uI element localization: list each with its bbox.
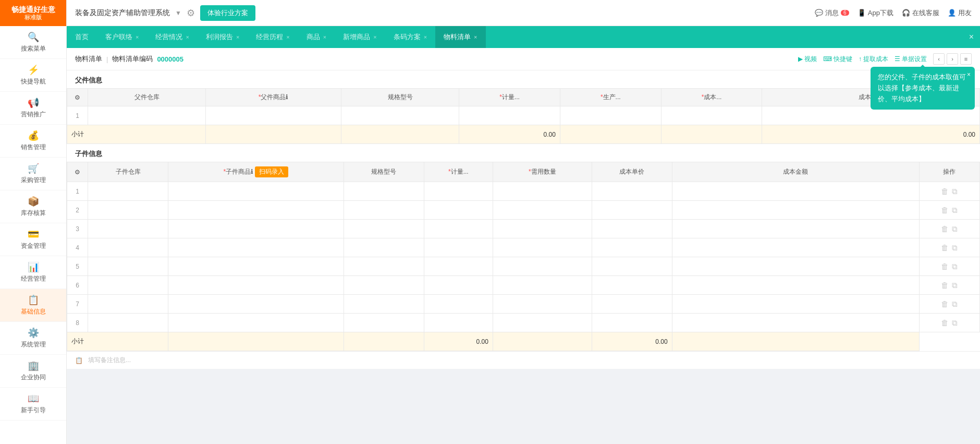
close-icon[interactable]: ×: [186, 34, 189, 40]
child-goods-cell[interactable]: [168, 257, 344, 276]
notes-text[interactable]: 填写备注信息...: [88, 356, 131, 365]
close-icon[interactable]: ×: [474, 34, 477, 40]
parent-unit-cell[interactable]: [459, 106, 560, 125]
child-unit-cost-cell[interactable]: [592, 295, 672, 314]
sidebar-item-operations[interactable]: 📊 经营管理: [0, 256, 66, 289]
child-unit-cell[interactable]: [424, 276, 493, 295]
child-spec-cell[interactable]: [344, 238, 424, 257]
child-qty-cell[interactable]: [493, 201, 592, 220]
child-qty-cell[interactable]: [493, 220, 592, 238]
delete-icon[interactable]: 🗑: [941, 299, 949, 308]
child-spec-cell[interactable]: [344, 314, 424, 332]
scan-button[interactable]: 扫码录入: [255, 166, 288, 177]
parent-goods-cell[interactable]: [206, 106, 341, 125]
copy-icon[interactable]: ⧉: [952, 206, 958, 215]
copy-icon[interactable]: ⧉: [952, 187, 958, 196]
tab-history[interactable]: 经营历程 ×: [248, 26, 298, 48]
sidebar-item-guide[interactable]: 📖 新手引导: [0, 388, 66, 421]
child-unit-cell[interactable]: [424, 257, 493, 276]
child-spec-cell[interactable]: [344, 257, 424, 276]
delete-icon[interactable]: 🗑: [941, 281, 949, 290]
child-warehouse-cell[interactable]: [88, 220, 168, 238]
child-unit-cost-cell[interactable]: [592, 220, 672, 238]
child-warehouse-cell[interactable]: [88, 257, 168, 276]
child-qty-cell[interactable]: [493, 257, 592, 276]
sidebar-item-finance[interactable]: 💳 资金管理: [0, 223, 66, 256]
delete-icon[interactable]: 🗑: [941, 187, 949, 196]
sidebar-item-marketing[interactable]: 📢 营销推广: [0, 92, 66, 125]
child-warehouse-cell[interactable]: [88, 276, 168, 295]
child-qty-cell[interactable]: [493, 314, 592, 332]
child-spec-cell[interactable]: [344, 295, 424, 314]
tab-customer[interactable]: 客户联络 ×: [97, 26, 147, 48]
tab-operations[interactable]: 经营情况 ×: [147, 26, 197, 48]
child-col-settings[interactable]: ⚙: [67, 162, 88, 182]
parent-col-settings[interactable]: ⚙: [67, 89, 88, 106]
copy-icon[interactable]: ⧉: [952, 224, 958, 234]
action-view[interactable]: ▶ 视频: [798, 55, 817, 64]
child-warehouse-cell[interactable]: [88, 295, 168, 314]
parent-warehouse-cell[interactable]: [88, 106, 206, 125]
child-goods-cell[interactable]: [168, 314, 344, 332]
child-unit-cost-cell[interactable]: [592, 314, 672, 332]
sidebar-item-quick-nav[interactable]: ⚡ 快捷导航: [0, 59, 66, 92]
parent-spec-cell[interactable]: [341, 106, 459, 125]
online-service-item[interactable]: 🎧 在线客服: [902, 8, 939, 18]
sidebar-item-search[interactable]: 🔍 搜索菜单: [0, 26, 66, 59]
child-spec-cell[interactable]: [344, 276, 424, 295]
settings-icon[interactable]: ⚙: [187, 7, 195, 19]
delete-icon[interactable]: 🗑: [941, 206, 949, 214]
child-unit-cell[interactable]: [424, 201, 493, 220]
child-unit-cost-cell[interactable]: [592, 276, 672, 295]
child-unit-cell[interactable]: [424, 220, 493, 238]
child-unit-cell[interactable]: [424, 314, 493, 332]
parent-production-cell[interactable]: [560, 106, 661, 125]
child-qty-cell[interactable]: [493, 295, 592, 314]
child-unit-cost-cell[interactable]: [592, 238, 672, 257]
child-goods-cell[interactable]: [168, 295, 344, 314]
sidebar-item-purchase[interactable]: 🛒 采购管理: [0, 158, 66, 190]
close-all-tabs[interactable]: ×: [963, 32, 980, 42]
copy-icon[interactable]: ⧉: [952, 243, 958, 253]
child-spec-cell[interactable]: [344, 220, 424, 238]
parent-cost-cell[interactable]: [661, 106, 762, 125]
child-warehouse-cell[interactable]: [88, 182, 168, 201]
tab-profit[interactable]: 利润报告 ×: [198, 26, 248, 48]
tab-goods[interactable]: 商品 ×: [298, 26, 335, 48]
child-spec-cell[interactable]: [344, 182, 424, 201]
child-unit-cost-cell[interactable]: [592, 182, 672, 201]
user-item[interactable]: 👤 用友: [948, 8, 972, 18]
nav-next-button[interactable]: ›: [947, 53, 958, 65]
sidebar-item-system[interactable]: ⚙️ 系统管理: [0, 322, 66, 355]
child-unit-cost-cell[interactable]: [592, 257, 672, 276]
delete-icon[interactable]: 🗑: [941, 318, 949, 327]
tab-home[interactable]: 首页: [67, 26, 97, 48]
child-goods-cell[interactable]: [168, 238, 344, 257]
child-warehouse-cell[interactable]: [88, 238, 168, 257]
child-qty-cell[interactable]: [493, 276, 592, 295]
nav-prev-button[interactable]: ‹: [933, 53, 945, 65]
close-icon[interactable]: ×: [323, 34, 326, 40]
sidebar-item-basic-info[interactable]: 📋 基础信息: [0, 289, 66, 322]
child-warehouse-cell[interactable]: [88, 314, 168, 332]
app-download-item[interactable]: 📱 App下载: [858, 8, 893, 18]
dropdown-arrow-icon[interactable]: ▼: [175, 9, 181, 17]
copy-icon[interactable]: ⧉: [952, 281, 958, 290]
child-unit-cell[interactable]: [424, 295, 493, 314]
child-qty-cell[interactable]: [493, 238, 592, 257]
child-goods-cell[interactable]: [168, 201, 344, 220]
close-icon[interactable]: ×: [286, 34, 289, 40]
tab-new-goods[interactable]: 新增商品 ×: [335, 26, 385, 48]
action-cost[interactable]: ↑ 提取成本: [859, 55, 888, 64]
tab-barcode[interactable]: 条码方案 ×: [385, 26, 435, 48]
delete-icon[interactable]: 🗑: [941, 262, 949, 271]
child-goods-cell[interactable]: [168, 276, 344, 295]
message-item[interactable]: 💬 消息 6: [815, 8, 849, 18]
copy-icon[interactable]: ⧉: [952, 262, 958, 271]
child-qty-cell[interactable]: [493, 182, 592, 201]
child-unit-cell[interactable]: [424, 238, 493, 257]
tab-bom[interactable]: 物料清单 ×: [435, 26, 485, 48]
delete-icon[interactable]: 🗑: [941, 243, 949, 252]
child-unit-cell[interactable]: [424, 182, 493, 201]
trial-button[interactable]: 体验行业方案: [200, 5, 255, 21]
